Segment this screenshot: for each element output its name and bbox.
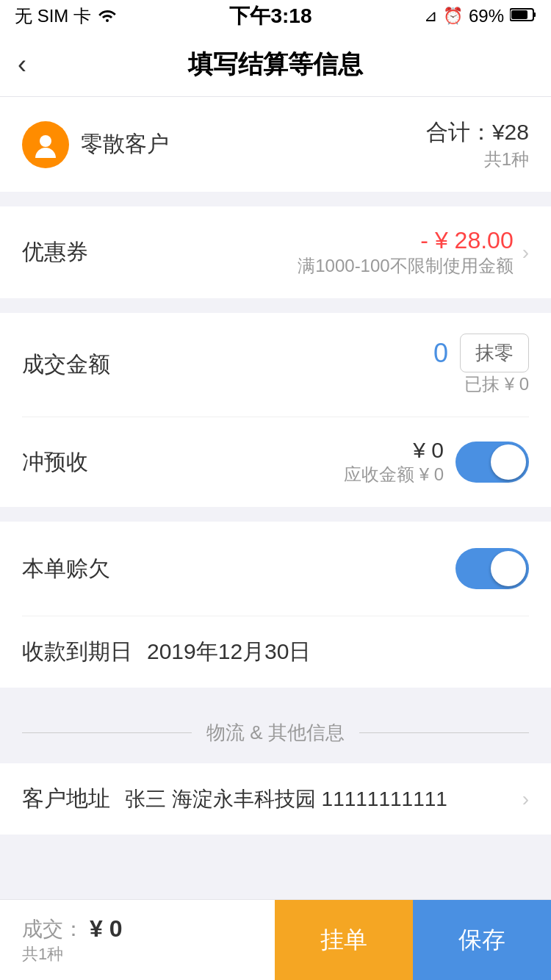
customer-name: 零散客户	[81, 129, 169, 159]
logistics-title: 物流 & 其他信息	[206, 720, 345, 746]
save-button[interactable]: 保存	[413, 900, 551, 981]
status-left: 无 SIM 卡	[15, 4, 118, 28]
address-value: 张三 海淀永丰科技园 11111111111	[125, 785, 522, 813]
duedate-value: 2019年12月30日	[147, 637, 311, 667]
battery-text: 69%	[469, 6, 504, 26]
deal-amount-label: 成交金额	[22, 350, 110, 380]
bottom-bar: 成交： ¥ 0 共1种 挂单 保存	[0, 899, 551, 980]
advance-value: ¥ 0 应收金额 ¥ 0	[344, 438, 444, 486]
battery-icon	[510, 6, 536, 26]
alarm-icon: ⏰	[443, 7, 463, 26]
advance-toggle-knob	[491, 444, 526, 480]
coupon-value: - ¥ 28.00 满1000-100不限制使用金额	[298, 227, 513, 278]
deal-amount-right: 抹零 已抹 ¥ 0	[389, 334, 529, 396]
no-sim-text: 无 SIM 卡	[15, 4, 91, 28]
duedate-row: 收款到期日 2019年12月30日	[0, 616, 551, 688]
content: 零散客户 合计：¥28 共1种 优惠券 - ¥ 28.00 满1000-100不…	[0, 97, 551, 937]
deal-right-row: 抹零	[389, 334, 529, 372]
advance-row: 冲预收 ¥ 0 应收金额 ¥ 0	[0, 417, 551, 507]
status-right: ⊿ ⏰ 69%	[424, 6, 536, 26]
customer-section: 零散客户 合计：¥28 共1种	[0, 97, 551, 192]
round-zero-button[interactable]: 抹零	[460, 334, 529, 372]
location-icon: ⊿	[424, 7, 437, 26]
svg-rect-2	[511, 10, 527, 19]
deal-amount-sub: 已抹 ¥ 0	[389, 372, 529, 396]
advance-label: 冲预收	[22, 447, 88, 478]
customer-avatar	[22, 121, 69, 168]
advance-toggle[interactable]	[455, 442, 529, 483]
svg-rect-1	[533, 12, 536, 17]
duedate-label: 收款到期日	[22, 637, 132, 667]
coupon-right: - ¥ 28.00 满1000-100不限制使用金额 ›	[298, 227, 529, 278]
status-bar: 无 SIM 卡 下午3:18 ⊿ ⏰ 69%	[0, 0, 551, 32]
logistics-header: 物流 & 其他信息	[0, 702, 551, 763]
advance-main-value: ¥ 0	[344, 438, 444, 463]
address-label: 客户地址	[22, 784, 110, 814]
customer-total: 合计：¥28	[426, 118, 529, 148]
coupon-amount: - ¥ 28.00	[298, 227, 513, 254]
bottom-deal-label: 成交：	[22, 915, 84, 943]
coupon-label: 优惠券	[22, 237, 88, 267]
credit-toggle-knob	[491, 551, 526, 586]
page-title: 填写结算等信息	[188, 48, 363, 82]
credit-label: 本单赊欠	[22, 554, 110, 584]
bottom-count: 共1种	[22, 943, 253, 965]
logistics-section: 物流 & 其他信息	[0, 702, 551, 763]
coupon-desc: 满1000-100不限制使用金额	[298, 254, 513, 278]
wifi-icon	[97, 6, 118, 26]
address-section[interactable]: 客户地址 张三 海淀永丰科技园 11111111111 ›	[0, 763, 551, 835]
coupon-section[interactable]: 优惠券 - ¥ 28.00 满1000-100不限制使用金额 ›	[0, 206, 551, 298]
customer-count: 共1种	[426, 148, 529, 171]
customer-left: 零散客户	[22, 121, 169, 168]
credit-toggle[interactable]	[455, 548, 529, 589]
address-chevron-icon: ›	[522, 788, 529, 811]
advance-sub-value: 应收金额 ¥ 0	[344, 463, 444, 486]
deal-amount-row: 成交金额 抹零 已抹 ¥ 0	[0, 313, 551, 417]
chevron-right-icon: ›	[522, 241, 529, 264]
bottom-deal: 成交： ¥ 0	[22, 915, 253, 943]
back-button[interactable]: ‹	[18, 49, 26, 80]
deal-amount-input[interactable]	[389, 338, 448, 369]
customer-right: 合计：¥28 共1种	[426, 118, 529, 171]
pending-button[interactable]: 挂单	[275, 900, 413, 981]
svg-point-3	[40, 135, 51, 147]
address-row[interactable]: 客户地址 张三 海淀永丰科技园 11111111111 ›	[0, 763, 551, 835]
credit-row: 本单赊欠	[0, 522, 551, 616]
nav-bar: ‹ 填写结算等信息	[0, 32, 551, 97]
deal-section: 成交金额 抹零 已抹 ¥ 0 冲预收 ¥ 0 应收金额 ¥ 0	[0, 313, 551, 507]
bottom-info: 成交： ¥ 0 共1种	[0, 915, 275, 965]
bottom-deal-value: ¥ 0	[90, 915, 122, 943]
credit-section: 本单赊欠 收款到期日 2019年12月30日	[0, 522, 551, 688]
logistics-line-left	[22, 732, 192, 733]
advance-right: ¥ 0 应收金额 ¥ 0	[344, 438, 529, 486]
logistics-line-right	[359, 732, 529, 733]
status-time: 下午3:18	[229, 2, 311, 30]
